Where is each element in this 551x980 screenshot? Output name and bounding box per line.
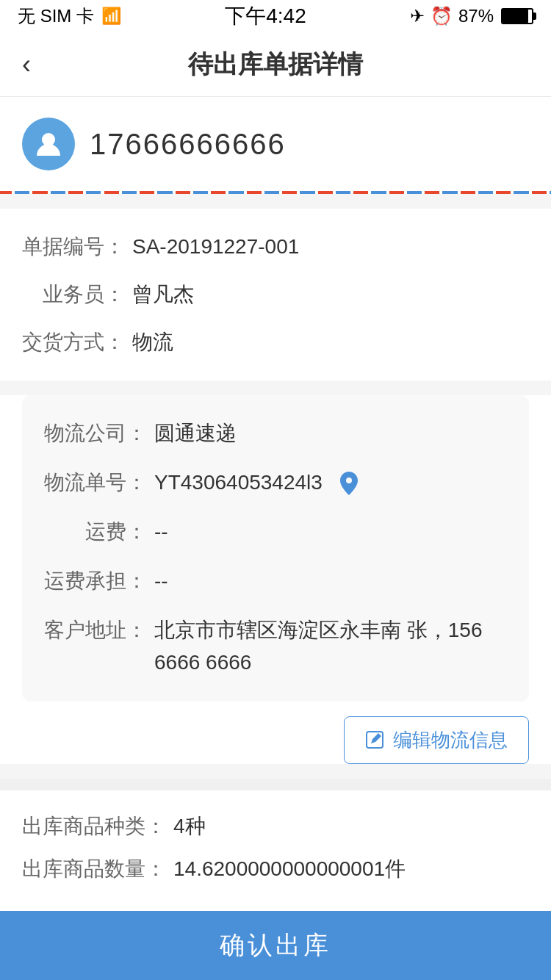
freight-value: -- [154, 516, 507, 549]
address-value: 北京市市辖区海淀区永丰南 张，156 6666 6666 [154, 614, 507, 680]
freight-label: 运费： [44, 516, 147, 549]
customer-phone: 17666666666 [90, 128, 286, 161]
confirm-btn-wrapper: 确认出库 [0, 911, 551, 980]
logistics-company-label: 物流公司： [44, 417, 147, 450]
status-right: ✈ ⏰ 87% [410, 6, 533, 26]
alarm-icon: ⏰ [431, 6, 453, 26]
status-bar: 无 SIM 卡 📶 下午4:42 ✈ ⏰ 87% [0, 0, 551, 32]
goods-types-row: 出库商品种类： 4种 [22, 813, 529, 840]
document-info-section: 单据编号： SA-20191227-001 业务员： 曾凡杰 交货方式： 物流 [0, 209, 551, 381]
page-title: 待出库单据详情 [188, 48, 363, 82]
battery-percent: 87% [458, 6, 494, 26]
location-status-icon: ✈ [410, 6, 425, 26]
freight-row: 运费： -- [44, 516, 507, 549]
wifi-icon: 📶 [101, 7, 121, 26]
document-number-value: SA-20191227-001 [132, 231, 529, 264]
edit-icon [365, 730, 386, 751]
goods-quantity-value: 14.6200000000000001件 [173, 855, 406, 883]
carrier-label: 无 SIM 卡 [18, 4, 94, 28]
document-number-label: 单据编号： [22, 231, 125, 264]
logistics-company-row: 物流公司： 圆通速递 [44, 417, 507, 450]
delivery-method-row: 交货方式： 物流 [22, 326, 529, 359]
document-number-row: 单据编号： SA-20191227-001 [22, 231, 529, 264]
freight-bearer-row: 运费承担： -- [44, 565, 507, 598]
goods-section: 出库商品种类： 4种 出库商品数量： 14.6200000000000001件 [0, 790, 551, 905]
address-label: 客户地址： [44, 614, 147, 647]
confirm-outbound-button[interactable]: 确认出库 [0, 929, 551, 962]
address-row: 客户地址： 北京市市辖区海淀区永丰南 张，156 6666 6666 [44, 614, 507, 680]
sales-rep-row: 业务员： 曾凡杰 [22, 278, 529, 311]
back-button[interactable]: ‹ [15, 42, 38, 87]
freight-bearer-value: -- [154, 565, 507, 598]
goods-types-value: 4种 [173, 813, 206, 840]
logistics-company-value: 圆通速递 [154, 417, 507, 450]
tracking-number-value: YT43064053424l3 [154, 466, 507, 500]
goods-quantity-label: 出库商品数量： [22, 855, 166, 883]
tracking-number-label: 物流单号： [44, 466, 147, 500]
goods-types-label: 出库商品种类： [22, 813, 166, 840]
user-icon [34, 129, 63, 159]
goods-quantity-row: 出库商品数量： 14.6200000000000001件 [22, 855, 529, 883]
edit-logistics-button[interactable]: 编辑物流信息 [344, 716, 529, 764]
delivery-method-value: 物流 [132, 326, 529, 359]
map-pin-icon[interactable] [334, 469, 364, 498]
nav-bar: ‹ 待出库单据详情 [0, 32, 551, 97]
edit-btn-row: 编辑物流信息 [0, 702, 551, 764]
status-time: 下午4:42 [225, 2, 306, 30]
edit-logistics-label: 编辑物流信息 [393, 727, 508, 753]
avatar [22, 118, 75, 170]
status-left: 无 SIM 卡 📶 [18, 4, 121, 28]
battery-icon [501, 8, 533, 24]
tracking-number-row: 物流单号： YT43064053424l3 [44, 466, 507, 500]
sales-rep-value: 曾凡杰 [132, 278, 529, 311]
customer-header: 17666666666 [0, 97, 551, 194]
freight-bearer-label: 运费承担： [44, 565, 147, 598]
sales-rep-label: 业务员： [22, 278, 125, 311]
tracking-number-text: YT43064053424l3 [154, 466, 323, 500]
delivery-method-label: 交货方式： [22, 326, 125, 359]
logistics-card: 物流公司： 圆通速递 物流单号： YT43064053424l3 运费： -- … [22, 395, 529, 702]
section-divider [0, 779, 551, 790]
